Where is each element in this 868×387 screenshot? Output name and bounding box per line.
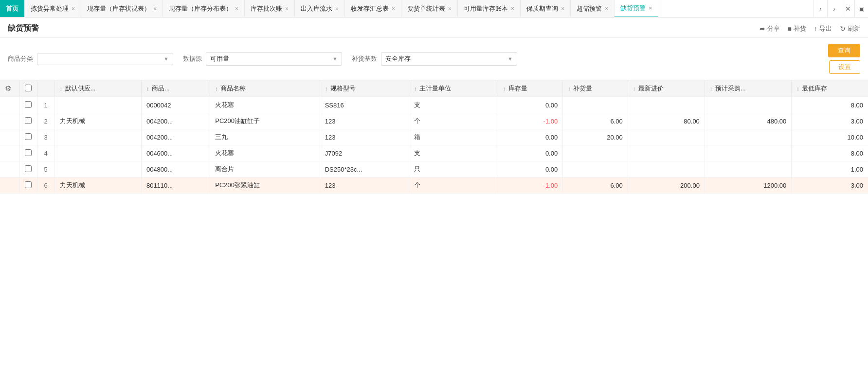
export-button[interactable]: ↑ 导出 [814,24,832,33]
replenish-qty-column-header[interactable]: ↕ 补货量 [563,80,628,97]
replenish-icon: ■ [788,25,792,33]
tab-inout-flow[interactable]: 出入库流水 × [295,0,345,18]
page-title: 缺货预警 [8,23,39,34]
tab-close-order-stats[interactable]: × [448,5,452,12]
tab-close-stock-dist[interactable]: × [235,5,238,12]
spec-column-header[interactable]: ↕ 规格型号 [320,80,409,97]
share-button[interactable]: ➦ 分享 [760,24,780,33]
settings-button[interactable]: 设置 [829,60,860,74]
tab-close-stock-status[interactable]: × [153,5,157,12]
replenish-base-arrow-icon: ▼ [507,56,513,62]
replenish-button[interactable]: ■ 补货 [788,24,806,33]
est-purchase-column-header[interactable]: ↕ 预计采购... [705,80,791,97]
row-checkbox-cell [19,129,37,145]
tab-close-expiry[interactable]: × [561,5,564,12]
row-spec: J7092 [320,145,409,161]
row-checkbox-cell [19,97,37,113]
tab-close-overstock[interactable]: × [605,5,608,12]
table-row: 4 004600... 火花塞 J7092 支 0.00 8.00 [0,145,868,161]
row-latest-price: 200.00 [628,177,705,194]
table-row: 6 力天机械 801110... PC200张紧油缸 123 个 -1.00 6… [0,177,868,194]
row-checkbox[interactable] [25,117,32,124]
unit-column-header[interactable]: ↕ 主计量单位 [409,80,498,97]
tab-shortage[interactable]: 缺货预警 × [615,0,658,18]
category-filter-group: 商品分类 ▼ [8,53,173,65]
stock-column-header[interactable]: ↕ 库存量 [498,80,563,97]
tab-overstock[interactable]: 超储预警 × [571,0,615,18]
tab-stock-batch[interactable]: 库存批次账 × [245,0,295,18]
row-unit: 只 [409,161,498,177]
row-supplier [54,145,141,161]
tab-label: 可用量库存账本 [464,4,508,13]
row-checkbox[interactable] [25,101,32,108]
category-select-arrow-icon: ▼ [163,56,169,62]
page-header: 缺货预警 ➦ 分享 ■ 补货 ↑ 导出 ↻ 刷新 [0,18,868,38]
datasource-select-arrow-icon: ▼ [332,56,338,62]
row-min-stock: 3.00 [792,113,868,129]
product-name-column-header[interactable]: ↕ 商品名称 [210,80,320,97]
tab-close-abnormal[interactable]: × [72,5,75,12]
datasource-filter-group: 数据源 可用量 ▼ [183,52,342,66]
table-body: 1 0000042 火花塞 SS816 支 0.00 8.00 2 力天机械 0… [0,97,868,194]
row-stock: 0.00 [498,145,563,161]
tab-close-shortage[interactable]: × [649,5,652,12]
tab-nav-buttons: ‹ › ✕ ▣ [814,0,868,18]
latest-price-column-header[interactable]: ↕ 最新进价 [628,80,705,97]
row-number: 2 [37,113,54,129]
row-checkbox[interactable] [25,181,32,188]
rownum-column-header [37,80,54,97]
table-row: 2 力天机械 004200... PC200油缸缸子 123 个 -1.00 6… [0,113,868,129]
gear-icon[interactable]: ⚙ [5,84,11,92]
tab-home[interactable]: 首页 [0,0,25,18]
tab-order-stats[interactable]: 要货单统计表 × [401,0,458,18]
tab-prev-button[interactable]: ‹ [814,0,827,18]
tab-expiry[interactable]: 保质期查询 × [521,0,571,18]
row-est-purchase [705,145,791,161]
row-unit: 支 [409,97,498,113]
row-checkbox[interactable] [25,165,32,172]
row-product-name: 火花塞 [210,145,320,161]
supplier-column-header[interactable]: ↕ 默认供应... [54,80,141,97]
row-supplier: 力天机械 [54,177,141,194]
refresh-button[interactable]: ↻ 刷新 [840,24,860,33]
tab-close-available-ledger[interactable]: × [511,5,514,12]
row-min-stock: 10.00 [792,129,868,145]
category-select-value [41,55,43,63]
tab-available-ledger[interactable]: 可用量库存账本 × [458,0,521,18]
row-stock: -1.00 [498,177,563,194]
product-code-column-header[interactable]: ↕ 商品... [141,80,210,97]
query-button[interactable]: 查询 [828,44,860,57]
row-product-code: 801110... [141,177,210,194]
replenish-label: 补货 [794,24,806,33]
row-product-code: 004800... [141,161,210,177]
row-checkbox[interactable] [25,149,32,156]
row-product-code: 0000042 [141,97,210,113]
row-stock: 0.00 [498,161,563,177]
tab-close-stock-batch[interactable]: × [285,5,289,12]
select-all-checkbox[interactable] [25,85,32,91]
row-number: 5 [37,161,54,177]
tab-home-label: 首页 [6,4,18,13]
tab-close-current-button[interactable]: ✕ [841,0,854,18]
datasource-select[interactable]: 可用量 ▼ [206,52,342,66]
tab-stock-dist[interactable]: 现存量（库存分布表） × [163,0,245,18]
row-unit: 个 [409,177,498,194]
row-supplier: 力天机械 [54,113,141,129]
row-product-name: 三九 [210,129,320,145]
tab-stock-status[interactable]: 现存量（库存状况表） × [81,0,163,18]
row-unit: 支 [409,145,498,161]
tab-close-receive-summary[interactable]: × [392,5,395,12]
row-latest-price [628,161,705,177]
category-select[interactable]: ▼ [37,53,173,65]
row-checkbox[interactable] [25,133,32,140]
replenish-base-select[interactable]: 安全库存 ▼ [381,52,517,66]
row-supplier [54,97,141,113]
tab-receive-summary[interactable]: 收发存汇总表 × [345,0,401,18]
tab-close-all-button[interactable]: ▣ [854,0,868,18]
min-stock-column-header[interactable]: ↕ 最低库存 [792,80,868,97]
table-row: 5 004800... 离合片 DS250*23c... 只 0.00 1.00 [0,161,868,177]
tab-next-button[interactable]: › [827,0,841,18]
row-unit: 箱 [409,129,498,145]
tab-close-inout-flow[interactable]: × [335,5,339,12]
tab-abnormal[interactable]: 拣货异常处理 × [25,0,81,18]
